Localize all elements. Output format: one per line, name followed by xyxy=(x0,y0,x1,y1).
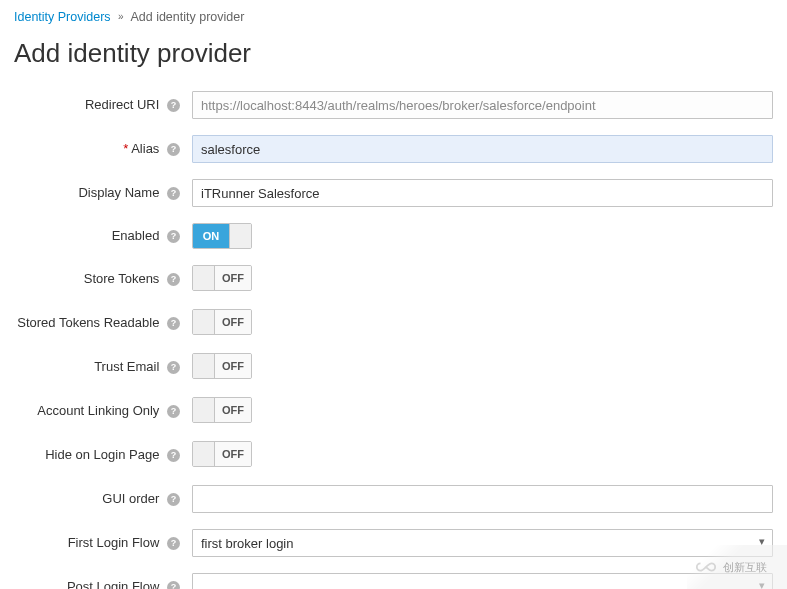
page-title: Add identity provider xyxy=(14,38,773,69)
toggle-off-label: OFF xyxy=(215,266,251,290)
account-linking-only-toggle[interactable]: OFF xyxy=(192,397,252,423)
toggle-off-label: OFF xyxy=(215,442,251,466)
gui-order-label: GUI order xyxy=(102,491,159,506)
help-icon[interactable]: ? xyxy=(167,187,180,200)
toggle-knob xyxy=(193,398,215,422)
enabled-toggle[interactable]: ON xyxy=(192,223,252,249)
stored-tokens-readable-toggle[interactable]: OFF xyxy=(192,309,252,335)
enabled-label: Enabled xyxy=(112,228,160,243)
alias-input[interactable] xyxy=(192,135,773,163)
toggle-knob xyxy=(229,224,251,248)
toggle-knob xyxy=(193,310,215,334)
display-name-input[interactable] xyxy=(192,179,773,207)
stored-tokens-readable-label: Stored Tokens Readable xyxy=(17,315,159,330)
help-icon[interactable]: ? xyxy=(167,99,180,112)
help-icon[interactable]: ? xyxy=(167,230,180,243)
gui-order-input[interactable] xyxy=(192,485,773,513)
alias-label: Alias xyxy=(131,141,159,156)
first-login-flow-label: First Login Flow xyxy=(68,535,160,550)
help-icon[interactable]: ? xyxy=(167,493,180,506)
help-icon[interactable]: ? xyxy=(167,317,180,330)
watermark-text: 创新互联 xyxy=(723,562,767,573)
first-login-flow-select[interactable]: first broker login xyxy=(192,529,773,557)
account-linking-only-label: Account Linking Only xyxy=(37,403,159,418)
store-tokens-label: Store Tokens xyxy=(84,271,160,286)
display-name-label: Display Name xyxy=(78,185,159,200)
toggle-off-label: OFF xyxy=(215,310,251,334)
toggle-off-label: OFF xyxy=(215,398,251,422)
required-marker: * xyxy=(123,141,128,156)
breadcrumb: Identity Providers » Add identity provid… xyxy=(14,10,773,24)
help-icon[interactable]: ? xyxy=(167,273,180,286)
redirect-uri-label: Redirect URI xyxy=(85,97,159,112)
post-login-flow-label: Post Login Flow xyxy=(67,579,160,589)
trust-email-toggle[interactable]: OFF xyxy=(192,353,252,379)
toggle-knob xyxy=(193,442,215,466)
breadcrumb-current: Add identity provider xyxy=(130,10,244,24)
hide-on-login-page-label: Hide on Login Page xyxy=(45,447,159,462)
toggle-knob xyxy=(193,266,215,290)
toggle-on-label: ON xyxy=(193,224,229,248)
help-icon[interactable]: ? xyxy=(167,449,180,462)
help-icon[interactable]: ? xyxy=(167,143,180,156)
help-icon[interactable]: ? xyxy=(167,537,180,550)
chevron-right-icon: » xyxy=(114,11,128,22)
help-icon[interactable]: ? xyxy=(167,581,180,589)
toggle-knob xyxy=(193,354,215,378)
store-tokens-toggle[interactable]: OFF xyxy=(192,265,252,291)
trust-email-label: Trust Email xyxy=(94,359,159,374)
hide-on-login-page-toggle[interactable]: OFF xyxy=(192,441,252,467)
toggle-off-label: OFF xyxy=(215,354,251,378)
breadcrumb-parent-link[interactable]: Identity Providers xyxy=(14,10,111,24)
post-login-flow-select[interactable] xyxy=(192,573,773,589)
help-icon[interactable]: ? xyxy=(167,405,180,418)
help-icon[interactable]: ? xyxy=(167,361,180,374)
redirect-uri-input xyxy=(192,91,773,119)
